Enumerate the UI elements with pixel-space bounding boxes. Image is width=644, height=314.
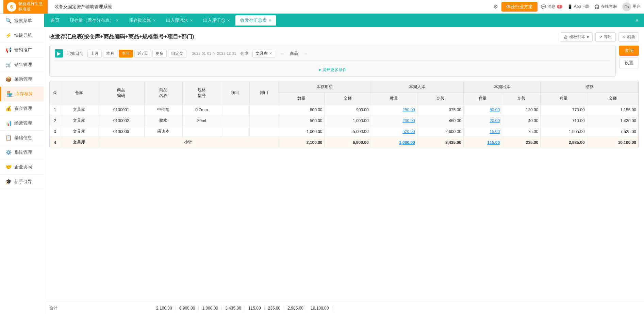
sidebar-item-operations[interactable]: 📊 经营管理 <box>0 116 44 131</box>
system-icon: ⚙️ <box>5 149 12 155</box>
date-btn-7days[interactable]: 近7天 <box>134 50 151 57</box>
try-btn[interactable]: 体验行业方案 <box>501 2 538 12</box>
date-btn-this-month[interactable]: 本月 <box>103 50 117 57</box>
row-out-qty[interactable]: 15.00 <box>463 126 502 137</box>
row-goods-spec: 0.7mm <box>182 104 221 115</box>
row-project <box>221 126 249 137</box>
sales-icon: 🛒 <box>5 62 12 68</box>
logo-text: 畅捷通好生意 标准版 <box>18 1 43 12</box>
app-download-btn[interactable]: 📱 App下载 <box>567 4 589 10</box>
user-btn[interactable]: Ea 用户 <box>622 2 641 11</box>
footer-out-qty: 115.00 <box>245 306 265 311</box>
sidebar-item-newbie[interactable]: 🎓 新手引导 <box>0 175 44 189</box>
export-btn[interactable]: ↗ 导出 <box>595 32 616 42</box>
tab-close-icon[interactable]: ✕ <box>190 18 193 23</box>
col-balance-amt: 金额 <box>587 93 638 104</box>
refresh-btn[interactable]: ↻ 刷新 <box>618 32 639 42</box>
sidebar-item-inventory[interactable]: 🏪 库存核算 <box>0 87 44 101</box>
tab-batch[interactable]: 库存批次账 ✕ <box>124 15 161 26</box>
table-row: 1 文具库 0100001 中性笔 0.7mm 600.00 900.00 25… <box>50 104 639 115</box>
row-warehouse: 文具库 <box>60 115 98 126</box>
sidebar-label: 基础信息 <box>14 135 32 141</box>
filter-collapse-btn[interactable]: ▶ <box>55 49 63 57</box>
row-index: 2 <box>50 115 60 126</box>
print-btn[interactable]: 🖨 模板打印 ▾ <box>560 32 593 42</box>
sidebar-item-marketing[interactable]: 📢 营销推广 <box>0 43 44 57</box>
tab-home[interactable]: 首页 <box>46 15 64 26</box>
warehouse-more-btn[interactable]: ··· <box>279 51 286 56</box>
expand-icon: ▾ <box>319 68 321 72</box>
close-main-btn[interactable]: ✕ <box>632 16 642 25</box>
tab-recv-send[interactable]: 收发存汇总表 ✕ <box>235 15 276 26</box>
sidebar-item-quick[interactable]: ⚡ 快捷导航 <box>0 28 44 43</box>
row-department <box>250 115 278 126</box>
row-in-qty[interactable]: 230.00 <box>371 115 417 126</box>
sidebar-label: 搜索菜单 <box>14 18 32 24</box>
subtotal-warehouse: 文具库 <box>60 137 98 148</box>
sidebar-item-system[interactable]: ⚙️ 系统管理 <box>0 145 44 160</box>
tab-inout-flow[interactable]: 出入库流水 ✕ <box>161 15 198 26</box>
sidebar-item-purchase[interactable]: 📦 采购管理 <box>0 72 44 87</box>
operations-icon: 📊 <box>5 120 12 126</box>
row-balance-amt: 1,420.00 <box>587 115 638 126</box>
sidebar-item-basic[interactable]: 📋 基础信息 <box>0 131 44 145</box>
row-balance-qty: 710.00 <box>541 115 587 126</box>
message-btn[interactable]: 💬 消息 6 <box>541 4 562 10</box>
online-service-btn[interactable]: 🎧 在线客服 <box>594 4 617 10</box>
footer-in-qty: 1,000.00 <box>199 306 222 311</box>
tab-close-icon[interactable]: ✕ <box>227 18 230 23</box>
tab-close-icon[interactable]: ✕ <box>153 18 156 23</box>
sidebar-label: 新手引导 <box>14 179 32 185</box>
tab-inventory-dist[interactable]: 现存量（库存分布表） ✕ <box>65 15 123 26</box>
refresh-icon: ↻ <box>622 35 626 39</box>
tab-inout-summary[interactable]: 出入库汇总 ✕ <box>198 15 235 26</box>
row-out-qty[interactable]: 80.00 <box>463 104 502 115</box>
row-index: 1 <box>50 104 60 115</box>
sidebar-label: 企业协同 <box>14 164 32 170</box>
col-opening-qty: 数量 <box>278 93 325 104</box>
tab-close-icon[interactable]: ✕ <box>116 18 119 23</box>
sidebar-item-enterprise[interactable]: 🤝 企业协同 <box>0 160 44 175</box>
sidebar-label: 系统管理 <box>14 149 32 155</box>
row-department <box>250 126 278 137</box>
footer-out-amt: 235.00 <box>265 306 284 311</box>
goods-more-btn[interactable]: ··· <box>302 51 309 56</box>
row-out-amt: 75.00 <box>502 126 541 137</box>
row-goods-name: 采访本 <box>144 126 182 137</box>
subtotal-index: 4 <box>50 137 60 148</box>
row-in-qty[interactable]: 250.00 <box>371 104 417 115</box>
date-btn-more[interactable]: 更多 <box>152 50 167 57</box>
col-out-amt: 金额 <box>502 93 541 104</box>
row-out-amt: 40.00 <box>502 115 541 126</box>
footer-bar: 合计 2,100.00 6,900.00 1,000.00 3,435.00 1… <box>44 302 644 314</box>
col-dept-header: 部门 <box>250 81 278 104</box>
sidebar-label: 快捷导航 <box>14 32 32 38</box>
date-btn-this-year[interactable]: 本年 <box>119 50 133 57</box>
newbie-icon: 🎓 <box>5 179 12 185</box>
main-table: ⚙ 仓库 商品编码 商品名称 规格型号 项目 部门 库存期初 本期入库 本期出库… <box>50 81 639 148</box>
settings-btn[interactable]: 设置 <box>619 57 639 68</box>
subtotal-in-qty[interactable]: 1,000.00 <box>371 137 417 148</box>
subtotal-balance-qty: 2,985.00 <box>541 137 587 148</box>
settings-icon[interactable]: ⚙ <box>493 3 498 10</box>
date-btn-custom[interactable]: 自定义 <box>168 50 186 57</box>
row-goods-spec <box>182 126 221 137</box>
row-in-qty[interactable]: 520.00 <box>371 126 417 137</box>
subtotal-out-amt: 235.00 <box>502 137 541 148</box>
warehouse-tag-close[interactable]: ✕ <box>269 51 272 56</box>
warehouse-tag[interactable]: 文具库 ✕ <box>252 50 275 57</box>
row-goods-code: 0100003 <box>98 126 144 137</box>
sidebar-item-finance[interactable]: 💰 资金管理 <box>0 101 44 116</box>
subtotal-out-qty[interactable]: 115.00 <box>463 137 502 148</box>
sidebar-item-sales[interactable]: 🛒 销售管理 <box>0 57 44 72</box>
row-out-qty[interactable]: 20.00 <box>463 115 502 126</box>
expand-btn[interactable]: ▾ 展开更多条件 <box>319 64 347 73</box>
date-range-text: 2023-01-01 至 2023-12-31 <box>192 51 236 56</box>
date-btn-last-month[interactable]: 上月 <box>87 50 102 57</box>
tab-close-icon[interactable]: ✕ <box>268 18 271 23</box>
row-project <box>221 104 249 115</box>
query-btn[interactable]: 查询 <box>619 46 639 56</box>
headset-icon: 🎧 <box>594 4 599 9</box>
col-out-qty: 数量 <box>463 93 502 104</box>
sidebar-item-search[interactable]: 🔍 搜索菜单 <box>0 14 44 28</box>
